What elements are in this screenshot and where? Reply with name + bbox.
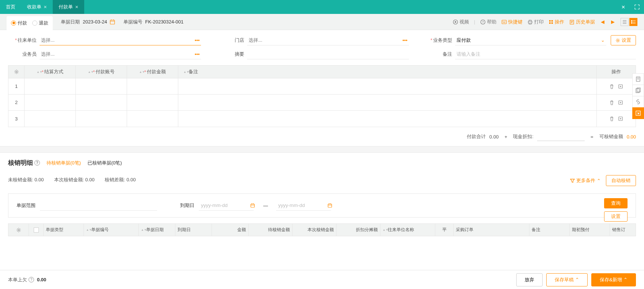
chevron-down-icon[interactable]: ⌄ <box>599 37 606 43</box>
grid-config-button[interactable] <box>8 224 29 236</box>
summary-input[interactable] <box>247 49 409 59</box>
query-button[interactable]: 查询 <box>604 198 628 208</box>
header-amount[interactable]: 金额 <box>212 224 249 236</box>
dock-btn-link[interactable] <box>632 96 644 108</box>
radio-payment[interactable]: 付款 <box>11 20 27 26</box>
table-row[interactable]: 1 <box>8 78 636 95</box>
header-purchase-order[interactable]: 采购订单 <box>454 224 529 236</box>
calendar-icon[interactable] <box>109 19 115 25</box>
header-this-amount[interactable]: 本次核销金额 <box>293 224 336 236</box>
more-conditions-toggle[interactable]: 更多条件⌃ <box>570 177 601 184</box>
cell-method[interactable] <box>25 95 76 110</box>
next-arrow-icon[interactable]: ▶ <box>610 19 615 25</box>
ellipsis-icon[interactable]: ••• <box>193 51 201 57</box>
header-pending-amount[interactable]: 待核销金额 <box>249 224 293 236</box>
salesman-input[interactable] <box>40 49 193 59</box>
remark-field-row: 备注 <box>424 49 636 59</box>
header-partner-name[interactable]: ▲▼往来单位名称 <box>380 224 435 236</box>
due-date-to-input[interactable] <box>276 200 331 211</box>
tab-done-writeoff[interactable]: 已核销单据(0笔) <box>88 160 122 166</box>
header-prepay[interactable]: 期初预付 <box>570 224 610 236</box>
header-settle-method[interactable]: ▲▼*结算方式 <box>25 66 76 78</box>
prev-arrow-icon[interactable]: ◀ <box>600 19 605 25</box>
video-link[interactable]: 视频 <box>453 19 469 25</box>
due-date-field: 到期日 — <box>180 200 336 211</box>
store-input-wrap[interactable]: ••• <box>247 35 409 45</box>
partner-input-wrap[interactable]: ••• <box>40 35 201 45</box>
grid-config-button[interactable] <box>8 66 25 78</box>
cell-account[interactable] <box>76 111 127 127</box>
window-close-button[interactable]: ✕ <box>616 0 630 14</box>
header-doc-no[interactable]: ▲▼单据编号 <box>84 224 139 236</box>
cell-method[interactable] <box>25 78 76 94</box>
remark-input[interactable] <box>455 49 636 59</box>
help-link[interactable]: ?帮助 <box>480 19 496 25</box>
filter-settings-button[interactable]: 设置 <box>604 211 628 222</box>
table-row[interactable]: 3 <box>8 111 636 127</box>
discount-input[interactable] <box>537 132 585 141</box>
store-input[interactable] <box>247 35 401 45</box>
doc-range-select[interactable] <box>40 200 157 211</box>
calendar-icon[interactable] <box>327 203 332 208</box>
header-sale-order[interactable]: 销售订 <box>610 224 636 236</box>
cell-note[interactable] <box>178 95 597 110</box>
header-doc-date[interactable]: ▲▼单据日期 <box>139 224 175 236</box>
cell-method[interactable] <box>25 111 76 127</box>
close-icon[interactable]: ✕ <box>44 5 47 10</box>
history-link[interactable]: 历史单据 <box>569 19 595 25</box>
cell-amount[interactable] <box>127 78 178 94</box>
header-due-date[interactable]: 到期日 <box>175 224 212 236</box>
radio-refund[interactable]: 退款 <box>32 20 48 26</box>
dock-btn-expand[interactable] <box>632 107 644 119</box>
header-pay-amount[interactable]: ▲▼*付款金额 <box>127 66 178 78</box>
view-list-button[interactable] <box>621 18 629 26</box>
dock-btn-1[interactable] <box>632 73 644 85</box>
print-link[interactable]: 打印 <box>528 19 544 25</box>
partner-input[interactable] <box>40 35 193 45</box>
operate-link[interactable]: 操作 <box>549 19 564 25</box>
help-icon[interactable]: ? <box>34 160 40 166</box>
auto-writeoff-button[interactable]: 自动核销 <box>606 175 636 186</box>
add-row-icon[interactable] <box>618 84 623 89</box>
header-note[interactable]: 备注 <box>529 224 570 236</box>
table-row[interactable]: 2 <box>8 95 636 111</box>
delete-row-icon[interactable] <box>609 100 614 105</box>
config-button[interactable]: 设置 <box>611 35 636 45</box>
ellipsis-icon[interactable]: ••• <box>401 37 409 43</box>
delete-row-icon[interactable] <box>609 116 614 121</box>
tab-pending-writeoff[interactable]: 待核销单据(0笔) <box>46 160 81 166</box>
ellipsis-icon[interactable]: ••• <box>193 37 201 43</box>
select-all-checkbox[interactable] <box>29 224 44 236</box>
cell-note[interactable] <box>178 78 597 94</box>
biztype-input[interactable] <box>455 35 599 45</box>
cell-account[interactable] <box>76 78 127 94</box>
date-value[interactable]: 2023-03-24 <box>83 19 107 25</box>
tab-receipt[interactable]: 收款单✕ <box>21 0 53 14</box>
tab-home[interactable]: 首页 <box>0 0 21 14</box>
fullscreen-button[interactable] <box>630 0 644 14</box>
salesman-input-wrap[interactable]: ••• <box>40 49 201 59</box>
header-pay-account[interactable]: ▲▼*付款账号 <box>76 66 127 78</box>
calendar-icon[interactable] <box>250 203 255 208</box>
view-form-button[interactable] <box>629 18 637 26</box>
header-ping[interactable]: 平 <box>435 224 454 236</box>
add-row-icon[interactable] <box>618 116 623 121</box>
biztype-label: *业务类型 <box>424 37 452 44</box>
cell-account[interactable] <box>76 95 127 110</box>
add-row-icon[interactable] <box>618 100 623 105</box>
header-discount[interactable]: 折扣分摊额 <box>336 224 380 236</box>
cell-amount[interactable] <box>127 95 178 110</box>
biztype-input-wrap[interactable]: ⌄ <box>455 35 606 45</box>
delete-row-icon[interactable] <box>609 84 614 89</box>
dock-btn-2[interactable] <box>632 85 644 96</box>
header-doc-type[interactable]: 单据类型 <box>44 224 84 236</box>
date-label: 单据日期 <box>61 19 80 25</box>
due-date-from-input[interactable] <box>199 200 254 211</box>
header-note[interactable]: ▲▼备注 <box>178 66 597 78</box>
cell-amount[interactable] <box>127 111 178 127</box>
chevron-up-icon: ⌃ <box>597 178 601 184</box>
tab-payment[interactable]: 付款单✕ <box>53 0 84 14</box>
close-icon[interactable]: ✕ <box>75 5 78 10</box>
cell-note[interactable] <box>178 111 597 127</box>
shortcut-link[interactable]: 快捷键 <box>502 19 522 25</box>
